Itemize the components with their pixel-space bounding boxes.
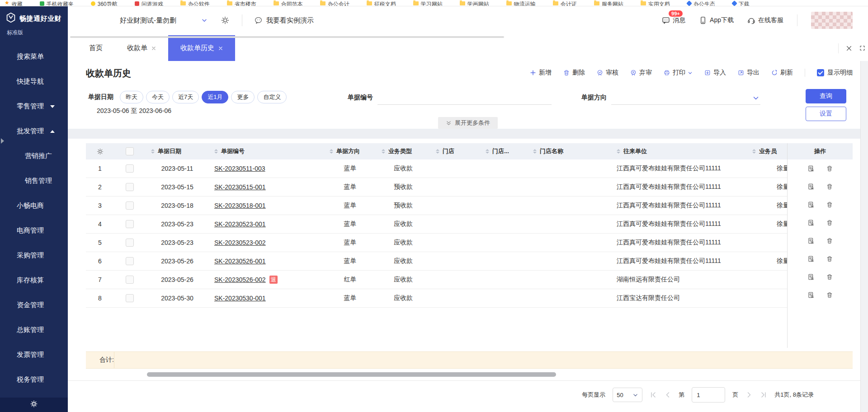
date-filter-自定义[interactable]: 自定义 [257,91,287,103]
scrollbar-thumb[interactable] [147,372,556,377]
bookmark-item[interactable]: 办公软件 [180,0,210,6]
delete-row-icon[interactable] [826,292,833,298]
column-settings-button[interactable] [86,148,114,155]
sort-icon[interactable] [486,149,489,154]
per-page-select[interactable]: 50 [613,388,642,402]
tab-首页[interactable]: 首页 [77,35,115,61]
删除-button[interactable]: 删除 [563,69,585,77]
chevron-down-icon[interactable] [752,94,760,102]
view-detail-icon[interactable] [807,201,815,208]
新增-button[interactable]: 新增 [530,69,552,77]
sidebar-item-批发管理[interactable]: 批发管理 [0,119,68,144]
column-header-store_name[interactable]: 门店名称 [528,147,611,155]
tab-收款单历史[interactable]: 收款单历史 [168,35,235,61]
direction-select[interactable] [611,94,760,105]
view-detail-icon[interactable] [807,255,815,262]
last-page-icon[interactable] [760,391,767,398]
sidebar-item-库存核算[interactable]: 库存核算 [0,268,68,293]
close-icon[interactable] [846,45,852,52]
sidebar-settings-button[interactable] [0,398,68,412]
导入-button[interactable]: 导入 [704,69,726,77]
sidebar-item-搜索菜单[interactable]: 搜索菜单 [0,44,68,69]
row-checkbox[interactable] [126,276,134,284]
bookmark-item[interactable]: 360导航 [91,0,118,6]
column-header-date[interactable]: 单据日期 [146,147,209,155]
sidebar-item-电商管理[interactable]: 电商管理 [0,218,68,243]
column-header-store_more[interactable]: 门店... [480,147,528,155]
view-detail-icon[interactable] [807,183,815,190]
sidebar-item-销售管理[interactable]: 销售管理 [0,169,68,193]
date-filter-近1月[interactable]: 近1月 [202,91,228,103]
row-checkbox[interactable] [126,294,134,302]
sort-icon[interactable] [214,149,218,154]
tab-close-icon[interactable] [218,46,223,51]
sidebar-item-采购管理[interactable]: 采购管理 [0,243,68,268]
bookmark-item[interactable]: 服务网站 [594,0,623,6]
fullscreen-icon[interactable] [859,45,865,51]
messages-button[interactable]: 99+ 消息 [662,16,685,24]
sidebar-item-零售管理[interactable]: 零售管理 [0,94,68,119]
row-checkbox[interactable] [126,201,134,210]
sort-icon[interactable] [330,149,333,154]
bookmark-item[interactable]: 办公会计 [320,0,349,6]
sidebar-item-资金管理[interactable]: 资金管理 [0,293,68,318]
delete-row-icon[interactable] [826,220,833,226]
settings-button[interactable]: 设置 [806,107,846,121]
bookmark-item[interactable]: 办公生态 [687,0,715,6]
打印-button[interactable]: 打印 [664,69,693,77]
bookmark-item[interactable]: 实用文档 [641,0,670,6]
sidebar-collapse-handle[interactable] [1,138,4,144]
sidebar-item-发票管理[interactable]: 发票管理 [0,342,68,367]
tab-scrollbar[interactable] [70,36,504,38]
sidebar-item-快捷导航[interactable]: 快捷导航 [0,69,68,94]
date-filter-近7天[interactable]: 近7天 [172,91,199,103]
tab-close-icon[interactable] [151,46,156,51]
checkbox-checked-icon[interactable] [817,69,824,76]
view-detail-icon[interactable] [807,237,815,244]
view-detail-icon[interactable] [807,219,815,226]
app-download-button[interactable]: App下载 [699,16,734,24]
bookmark-item[interactable]: 会计证 [553,0,577,6]
doc-no-link[interactable]: SK-20230526-002 [214,276,266,283]
sidebar-item-营销推广[interactable]: 营销推广 [0,144,68,169]
date-filter-更多[interactable]: 更多 [231,91,255,103]
online-service-button[interactable]: 在线客服 [747,16,783,24]
tab-收款单[interactable]: 收款单 [115,35,168,61]
column-header-store[interactable]: 门店 [430,147,480,155]
delete-row-icon[interactable] [826,201,833,208]
chevron-down-icon[interactable] [201,17,208,23]
user-avatar[interactable] [811,12,853,29]
doc-no-link[interactable]: SK-20230511-003 [214,165,265,172]
settings-gear-icon[interactable] [221,16,229,24]
select-all-checkbox[interactable] [126,147,134,155]
doc-no-link[interactable]: SK-20230523-002 [214,239,266,246]
bookmark-item[interactable]: 省市楼市 [227,0,256,6]
delete-row-icon[interactable] [826,165,833,172]
delete-row-icon[interactable] [826,274,833,280]
doc-no-input[interactable] [377,94,552,105]
row-checkbox[interactable] [126,183,134,191]
bookmark-item[interactable]: 征税文档 [367,0,396,6]
doc-no-link[interactable]: SK-20230523-001 [214,220,266,228]
search-button[interactable]: 查询 [806,89,846,103]
sidebar-item-总账管理[interactable]: 总账管理 [0,318,68,342]
page-number-input[interactable] [692,387,725,403]
审核-button[interactable]: 审核 [597,69,618,77]
column-header-counterparty[interactable]: 往来单位 [611,147,747,155]
row-checkbox[interactable] [126,220,134,228]
doc-no-link[interactable]: SK-20230515-001 [214,183,266,191]
弃审-button[interactable]: 弃审 [630,69,652,77]
view-detail-icon[interactable] [807,273,815,281]
delete-row-icon[interactable] [826,256,833,262]
row-checkbox[interactable] [126,257,134,265]
bookmark-item[interactable]: 学画网站 [460,0,489,6]
date-filter-昨天[interactable]: 昨天 [120,91,143,103]
bookmark-item[interactable]: 手机收藏夹 [40,0,74,6]
view-detail-icon[interactable] [807,165,815,172]
bookmark-item[interactable]: 物流运输 [506,0,536,6]
column-header-biz_type[interactable]: 业务类型 [376,147,430,155]
delete-row-icon[interactable] [826,183,833,190]
view-detail-icon[interactable] [807,291,815,299]
column-header-doc_no[interactable]: 单据编号 [209,147,324,155]
sidebar-item-税务管理[interactable]: 税务管理 [0,367,68,392]
